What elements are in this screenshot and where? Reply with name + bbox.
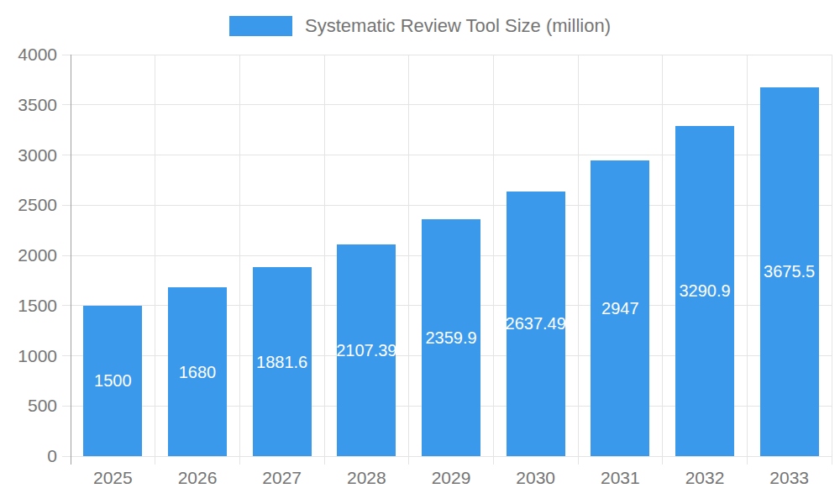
x-tick-label: 2026 — [155, 468, 240, 488]
bar[interactable]: 1881.6 — [253, 267, 312, 456]
y-tick-label: 1000 — [0, 347, 57, 365]
y-tick-label: 500 — [0, 396, 57, 415]
y-tick — [62, 305, 71, 306]
bar-value-label: 1500 — [94, 371, 132, 391]
y-tick — [62, 205, 71, 206]
legend-swatch — [229, 16, 292, 36]
y-tick-label: 3000 — [0, 146, 57, 165]
y-axis-line — [71, 55, 72, 465]
y-gridline — [71, 55, 832, 55]
bar-value-label: 3675.5 — [764, 262, 815, 281]
x-gridline — [747, 55, 748, 465]
y-tick — [62, 456, 71, 457]
y-tick-label: 2000 — [0, 246, 57, 265]
bar-value-label: 2107.39 — [337, 341, 396, 360]
bar-value-label: 2947 — [601, 298, 639, 318]
y-tick — [62, 55, 71, 55]
x-tick-label: 2029 — [409, 468, 494, 488]
bar-value-label: 1881.6 — [256, 352, 307, 371]
y-tick — [62, 406, 71, 407]
x-gridline — [832, 55, 832, 465]
legend-label: Systematic Review Tool Size (million) — [305, 15, 611, 37]
x-gridline — [324, 55, 325, 465]
bar[interactable]: 3675.5 — [760, 87, 819, 456]
x-tick-label: 2028 — [324, 468, 409, 488]
plot-area: 0500100015002000250030003500400015002025… — [71, 55, 832, 456]
bar-value-label: 3290.9 — [679, 281, 730, 301]
y-tick — [62, 155, 71, 155]
x-gridline — [155, 55, 155, 465]
bar[interactable]: 1680 — [168, 287, 227, 456]
x-tick-label: 2033 — [747, 468, 832, 488]
bar[interactable]: 1500 — [83, 306, 142, 456]
x-gridline — [408, 55, 409, 465]
bar[interactable]: 2637.49 — [507, 192, 565, 456]
x-gridline — [493, 55, 494, 465]
bar[interactable]: 2359.9 — [422, 219, 480, 456]
y-tick — [62, 355, 71, 356]
y-tick — [62, 104, 71, 105]
bar-value-label: 2359.9 — [425, 328, 476, 348]
y-gridline — [71, 104, 832, 105]
bar[interactable]: 3290.9 — [675, 126, 734, 456]
y-tick-label: 3500 — [0, 96, 57, 114]
x-tick-label: 2032 — [663, 468, 748, 488]
bar-value-label: 2637.49 — [507, 314, 565, 333]
x-tick-label: 2030 — [493, 468, 578, 488]
x-tick-label: 2031 — [578, 468, 663, 488]
x-gridline — [662, 55, 663, 465]
y-tick-label: 4000 — [0, 45, 57, 64]
y-tick-label: 0 — [0, 447, 57, 465]
y-tick-label: 2500 — [0, 196, 57, 214]
y-tick — [62, 255, 71, 256]
y-tick-label: 1500 — [0, 297, 57, 315]
bar-value-label: 1680 — [179, 362, 217, 381]
x-gridline — [239, 55, 240, 465]
bar[interactable]: 2107.39 — [337, 244, 396, 456]
bar[interactable]: 2947 — [591, 160, 649, 456]
x-tick-label: 2025 — [71, 468, 155, 488]
legend[interactable]: Systematic Review Tool Size (million) — [0, 15, 840, 37]
x-gridline — [578, 55, 579, 465]
x-tick-label: 2027 — [239, 468, 324, 488]
